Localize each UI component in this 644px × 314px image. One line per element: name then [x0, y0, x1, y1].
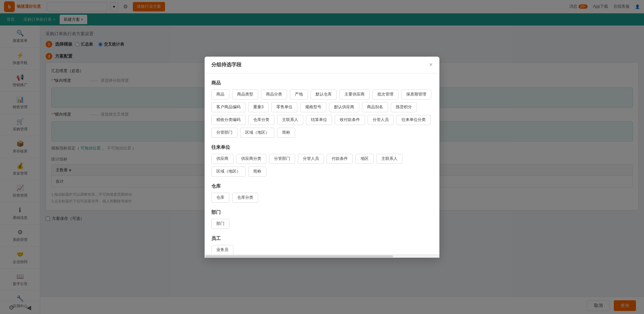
modal-body[interactable]: 商品商品商品类型商品分类产地默认仓库主要供应商批次管理保质期管理客户商品编码重量…	[205, 73, 439, 254]
field-group-title: 仓库	[211, 183, 433, 189]
field-group-title: 往来单位	[211, 144, 433, 150]
field-tag[interactable]: 仓库分类	[232, 193, 258, 203]
field-tag[interactable]: 分管人员	[368, 115, 394, 125]
modal-title: 分组待选字段	[211, 62, 241, 68]
field-tag[interactable]: 结算单位	[306, 115, 332, 125]
field-tags: 仓库仓库分类	[211, 193, 433, 203]
field-tag[interactable]: 简称	[277, 128, 295, 138]
field-tag[interactable]: 分管部门	[269, 154, 295, 164]
modal: 分组待选字段 × 商品商品商品类型商品分类产地默认仓库主要供应商批次管理保质期管…	[205, 57, 439, 258]
field-tag[interactable]: 默认仓库	[311, 89, 337, 100]
field-tag[interactable]: 默认供应商	[329, 102, 359, 112]
field-tag[interactable]: 分管部门	[211, 128, 237, 138]
field-tag[interactable]: 收付款条件	[335, 115, 365, 125]
modal-hscroll-thumb	[205, 255, 393, 257]
field-tag[interactable]: 零售单位	[271, 102, 298, 112]
field-tag[interactable]: 往来单位分类	[396, 115, 431, 125]
field-tag[interactable]: 部门	[211, 219, 229, 229]
field-tag[interactable]: 分管人员	[298, 154, 324, 164]
field-tag[interactable]: 税收分类编码	[211, 115, 246, 125]
field-tag[interactable]: 供应商分类	[236, 154, 266, 164]
field-tag[interactable]: 拣货积分	[391, 102, 417, 112]
field-tag[interactable]: 商品	[211, 89, 229, 100]
field-tag[interactable]: 主要供应商	[339, 89, 370, 100]
field-tag[interactable]: 主联系人	[277, 115, 303, 125]
field-tag[interactable]: 保质期管理	[401, 89, 431, 100]
field-tags: 商品商品类型商品分类产地默认仓库主要供应商批次管理保质期管理客户商品编码重量3零…	[211, 89, 433, 138]
modal-close-button[interactable]: ×	[429, 61, 433, 68]
field-tag[interactable]: 付款条件	[327, 154, 353, 164]
field-tag[interactable]: 批次管理	[372, 89, 398, 100]
field-tag[interactable]: 简称	[248, 167, 266, 177]
field-group-员工: 员工业务员	[211, 236, 433, 254]
field-group-往来单位: 往来单位供应商供应商分类分管部门分管人员付款条件地区主联系人区域（地区）简称	[211, 144, 433, 177]
field-tags: 业务员	[211, 245, 433, 254]
field-group-title: 商品	[211, 80, 433, 86]
field-group-商品: 商品商品商品类型商品分类产地默认仓库主要供应商批次管理保质期管理客户商品编码重量…	[211, 80, 433, 138]
field-group-title: 员工	[211, 236, 433, 242]
field-tag[interactable]: 产地	[290, 89, 308, 100]
field-tag[interactable]: 客户商品编码	[211, 102, 246, 112]
field-group-title: 部门	[211, 209, 433, 215]
field-tags: 供应商供应商分类分管部门分管人员付款条件地区主联系人区域（地区）简称	[211, 154, 433, 177]
field-tag[interactable]: 重量3	[248, 102, 269, 112]
field-tag[interactable]: 地区	[356, 154, 374, 164]
modal-header: 分组待选字段 ×	[205, 57, 439, 73]
field-tag[interactable]: 供应商	[211, 154, 233, 164]
field-tag[interactable]: 规格型号	[300, 102, 326, 112]
field-group-仓库: 仓库仓库仓库分类	[211, 183, 433, 203]
field-tag[interactable]: 主联系人	[376, 154, 402, 164]
field-tag[interactable]: 区域（地区）	[240, 128, 274, 138]
field-tag[interactable]: 仓库分类	[248, 115, 274, 125]
field-tag[interactable]: 商品别名	[362, 102, 388, 112]
field-group-部门: 部门部门	[211, 209, 433, 229]
field-tag[interactable]: 区域（地区）	[211, 167, 246, 177]
field-tag[interactable]: 商品分类	[261, 89, 287, 100]
modal-overlay[interactable]: 分组待选字段 × 商品商品商品类型商品分类产地默认仓库主要供应商批次管理保质期管…	[0, 0, 644, 314]
modal-hscrollbar[interactable]	[205, 254, 439, 258]
field-tag[interactable]: 商品类型	[232, 89, 258, 100]
field-tags: 部门	[211, 219, 433, 229]
field-tag[interactable]: 仓库	[211, 193, 229, 203]
field-tag[interactable]: 业务员	[211, 245, 233, 254]
